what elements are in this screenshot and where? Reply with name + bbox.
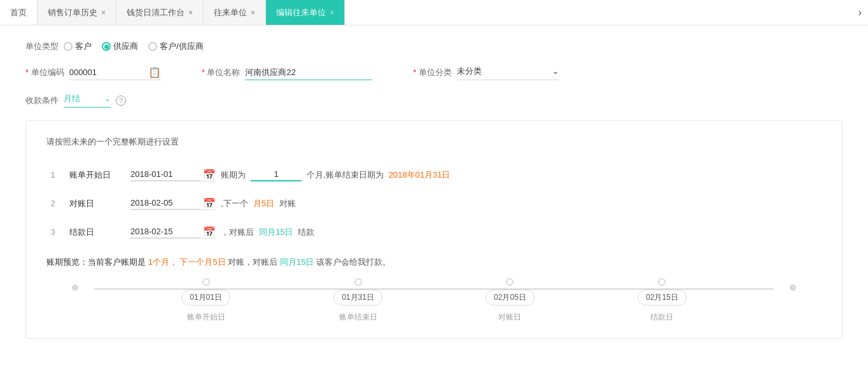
timeline-end [790, 285, 796, 291]
unit-name-label: 单位名称 [202, 67, 241, 78]
radio-customer-label: 客户 [75, 41, 92, 52]
timeline-dot-4 [658, 278, 666, 286]
step-1-date-input[interactable] [130, 168, 200, 181]
timeline-label-1: 账单开始日 [187, 312, 225, 323]
step-1-date-wrapper: 📅 [130, 168, 216, 181]
radio-supplier[interactable]: 供应商 [102, 41, 138, 52]
step-3-date-input[interactable] [130, 225, 200, 238]
step-2-desc-suffix: 对账 [279, 198, 296, 209]
step-2-content: 📅 ,下一个 月5日 对账 [130, 197, 822, 210]
period-label: 账期为 [221, 169, 246, 181]
timeline-item-4: 02月15日 结款日 [638, 278, 687, 323]
tab-partner-unit-label: 往来单位 [214, 7, 247, 18]
collection-label: 收款条件 [25, 95, 59, 106]
tab-cash-work[interactable]: 钱货日清工作台 × [116, 0, 204, 25]
step-2-highlight: 月5日 [253, 198, 274, 209]
preview-row: 账期预览：当前客户账期是 1个月， 下一个月5日 对账，对账后 同月15日 该客… [46, 257, 822, 268]
unit-type-group: 单位类型 客户 供应商 客户/供应商 [25, 41, 204, 52]
calendar-icon[interactable]: 📅 [203, 197, 216, 209]
collection-group: 收款条件 月结 ⌄ ? [25, 93, 126, 108]
unit-code-label: 单位编码 [25, 67, 64, 78]
chevron-down-icon: ⌄ [104, 94, 111, 103]
timeline-end-dot [790, 285, 796, 291]
unit-code-group: 单位编码 📋 [25, 65, 161, 80]
close-icon[interactable]: × [251, 8, 255, 17]
step-2-row: 2 对账日 📅 ,下一个 月5日 对账 [46, 189, 822, 218]
timeline-items: 01月01日 账单开始日 01月31日 账单结束日 02月05日 对账日 [72, 278, 796, 323]
radio-customer-circle [64, 42, 73, 51]
period-section: 请按照未来的一个完整帐期进行设置 1 账单开始日 📅 账期为 个月,账单结束日期… [25, 120, 843, 339]
timeline-label-3: 对账日 [498, 312, 521, 323]
radio-customer[interactable]: 客户 [64, 41, 92, 52]
radio-supplier-label: 供应商 [113, 41, 138, 52]
step-3-num: 3 [46, 227, 59, 237]
step-3-name: 结款日 [69, 227, 120, 238]
tab-sales-history[interactable]: 销售订单历史 × [38, 0, 116, 25]
calendar-icon[interactable]: 📅 [203, 169, 216, 181]
tab-home-label: 首页 [10, 7, 27, 18]
timeline-container: 01月01日 账单开始日 01月31日 账单结束日 02月05日 对账日 [46, 278, 822, 323]
collection-value: 月结 [64, 93, 102, 104]
step-1-name: 账单开始日 [69, 169, 120, 181]
timeline-badge-4: 02月15日 [638, 290, 687, 306]
collection-row: 收款条件 月结 ⌄ ? [25, 93, 843, 108]
unit-category-label: 单位分类 [413, 67, 452, 78]
radio-group: 客户 供应商 客户/供应商 [64, 41, 204, 52]
tab-sales-history-label: 销售订单历史 [48, 7, 97, 18]
end-date-highlight: 2018年01月31日 [389, 169, 451, 181]
radio-cs-circle [148, 42, 157, 51]
step-3-desc-prefix: ，对账后 [221, 227, 254, 238]
chevron-down-icon: ⌄ [552, 67, 559, 76]
close-icon[interactable]: × [101, 8, 106, 17]
preview-period: 1个月， [148, 257, 178, 267]
timeline-label-2: 账单结束日 [339, 312, 377, 323]
unit-name-input[interactable] [245, 65, 372, 80]
step-2-date-input[interactable] [130, 197, 200, 209]
main-content: 单位类型 客户 供应商 客户/供应商 单位编码 [0, 25, 868, 387]
tab-home[interactable]: 首页 [0, 0, 38, 25]
unit-code-input-wrapper: 📋 [69, 65, 161, 80]
preview-mid2: 对账，对账后 [228, 257, 277, 267]
preview-end: 同月15日 [280, 257, 314, 267]
timeline-label-4: 结款日 [650, 312, 673, 323]
period-unit-text: 个月,账单结束日期为 [307, 169, 384, 181]
step-3-date-wrapper: 📅 [130, 225, 216, 239]
tab-expand-button[interactable]: › [852, 0, 868, 25]
unit-type-label: 单位类型 [25, 41, 59, 52]
unit-name-group: 单位名称 [202, 65, 373, 80]
step-2-name: 对账日 [69, 198, 120, 209]
timeline-dot-3 [506, 278, 514, 286]
step-1-num: 1 [46, 170, 59, 179]
step-1-content: 📅 账期为 个月,账单结束日期为 2018年01月31日 [130, 168, 822, 181]
step-1-row: 1 账单开始日 📅 账期为 个月,账单结束日期为 2018年01月31日 [46, 160, 822, 189]
section-hint: 请按照未来的一个完整帐期进行设置 [46, 136, 822, 148]
unit-category-select[interactable]: 未分类 ⌄ [457, 66, 559, 80]
tab-edit-partner[interactable]: 编辑往来单位 × [266, 0, 345, 25]
timeline-item-1: 01月01日 账单开始日 [181, 278, 230, 323]
unit-type-row: 单位类型 客户 供应商 客户/供应商 [25, 41, 843, 52]
unit-code-input[interactable] [69, 65, 146, 80]
step-3-desc-suffix: 结款 [298, 227, 314, 238]
radio-supplier-circle [102, 42, 111, 51]
copy-icon[interactable]: 📋 [148, 66, 161, 78]
calendar-icon[interactable]: 📅 [203, 226, 216, 238]
unit-category-value: 未分类 [457, 66, 550, 77]
tab-partner-unit[interactable]: 往来单位 × [204, 0, 266, 25]
tab-cash-work-label: 钱货日清工作台 [127, 7, 185, 18]
step-2-date-wrapper: 📅 [130, 197, 216, 210]
timeline-badge-1: 01月01日 [181, 290, 230, 306]
close-icon[interactable]: × [330, 8, 334, 17]
preview-mid: 下一个月5日 [179, 257, 225, 267]
help-icon[interactable]: ? [116, 95, 126, 106]
timeline-dot-2 [354, 278, 362, 286]
step-3-highlight: 同月15日 [259, 227, 293, 238]
period-value-input[interactable] [251, 168, 302, 181]
close-icon[interactable]: × [188, 8, 193, 17]
radio-customer-supplier[interactable]: 客户/供应商 [148, 41, 204, 52]
step-3-row: 3 结款日 📅 ，对账后 同月15日 结款 [46, 218, 822, 246]
collection-select[interactable]: 月结 ⌄ [64, 93, 111, 108]
radio-cs-label: 客户/供应商 [160, 41, 204, 52]
timeline-badge-2: 01月31日 [333, 290, 382, 306]
tab-bar: 首页 销售订单历史 × 钱货日清工作台 × 往来单位 × 编辑往来单位 × › [0, 0, 868, 25]
timeline-item-3: 02月05日 对账日 [486, 278, 535, 323]
